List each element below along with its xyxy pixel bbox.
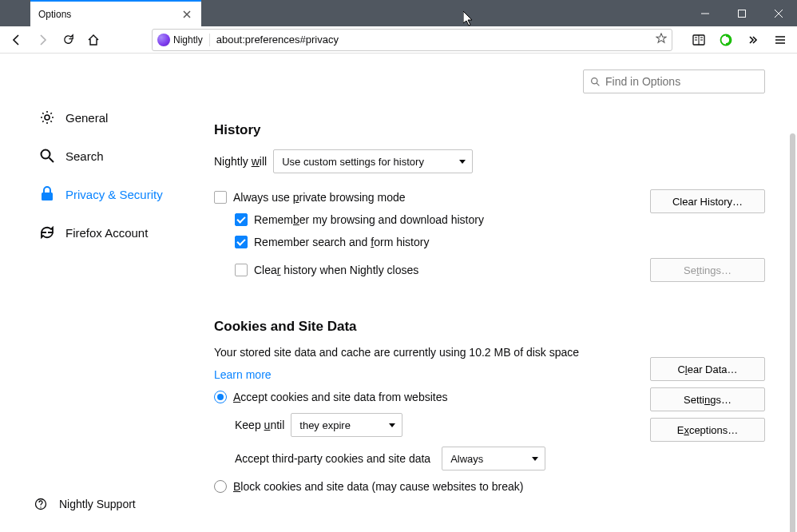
third-party-select[interactable]: Always — [442, 447, 545, 470]
accept-cookies-radio[interactable] — [214, 391, 227, 403]
block-cookies-radio[interactable] — [214, 480, 227, 493]
maximize-button[interactable] — [724, 0, 760, 26]
nav-toolbar: Nightly about:preferences#privacy — [0, 26, 797, 54]
bookmark-star-icon[interactable] — [656, 33, 667, 47]
url-bar[interactable]: Nightly about:preferences#privacy — [152, 29, 672, 51]
sidebar-item-privacy[interactable]: Privacy & Security — [32, 178, 192, 210]
window-controls — [687, 0, 797, 26]
forward-button[interactable] — [30, 28, 54, 52]
sidebar-item-label: Firefox Account — [65, 226, 148, 240]
scrollbar[interactable] — [790, 133, 795, 532]
accept-cookies-label: Accept cookies and site data from websit… — [233, 391, 447, 403]
lock-icon — [38, 185, 56, 203]
history-heading: History — [214, 122, 765, 138]
remember-search-checkbox[interactable] — [235, 236, 248, 248]
sidebar-item-label: General — [65, 111, 108, 125]
back-button[interactable] — [5, 28, 29, 52]
find-in-options-input[interactable] — [605, 75, 758, 88]
svg-point-8 — [592, 77, 597, 83]
browser-tab[interactable]: Options — [30, 0, 201, 26]
reload-button[interactable] — [56, 28, 80, 52]
search-icon — [590, 77, 601, 87]
clear-on-close-settings-button: Settings… — [650, 258, 765, 282]
history-mode-label: Nightly will — [214, 155, 267, 168]
sidebar-item-label: Search — [65, 149, 104, 163]
clear-data-button[interactable]: Clear Data… — [650, 357, 765, 381]
gear-icon — [38, 109, 56, 126]
identity-label: Nightly — [173, 34, 203, 46]
always-private-label: Always use private browsing mode — [233, 191, 406, 204]
remember-browsing-checkbox[interactable] — [235, 213, 248, 226]
url-text: about:preferences#privacy — [216, 34, 656, 46]
help-icon — [32, 495, 50, 513]
cookies-settings-button[interactable]: Settings… — [650, 387, 765, 411]
svg-rect-0 — [739, 10, 746, 17]
stored-data-text: Your stored site data and cache are curr… — [214, 346, 579, 359]
clear-on-close-checkbox[interactable] — [235, 264, 248, 276]
sync-icon — [38, 224, 56, 241]
find-in-options[interactable] — [583, 69, 765, 93]
remember-search-label: Remember search and form history — [254, 236, 429, 248]
sidebar-item-account[interactable]: Firefox Account — [32, 216, 192, 248]
remember-browsing-label: Remember my browsing and download histor… — [254, 213, 484, 226]
history-mode-select[interactable]: Use custom settings for history — [273, 149, 473, 173]
titlebar: Options — [0, 0, 797, 26]
block-cookies-label: Block cookies and site data (may cause w… — [233, 480, 523, 493]
third-party-label: Accept third-party cookies and site data — [235, 452, 430, 465]
preferences-sidebar: General Search Privacy & Security Firefo… — [0, 54, 192, 532]
sidebar-item-general[interactable]: General — [32, 101, 192, 133]
cookies-exceptions-button[interactable]: Exceptions… — [650, 418, 765, 442]
preferences-main: History Clear History… Nightly will Use … — [192, 54, 797, 532]
cookies-heading: Cookies and Site Data — [214, 319, 765, 335]
nightly-icon — [157, 34, 170, 46]
sidebar-item-label: Nightly Support — [59, 498, 136, 510]
close-tab-icon[interactable] — [180, 8, 193, 21]
clear-history-button[interactable]: Clear History… — [650, 189, 765, 213]
preferences-content: General Search Privacy & Security Firefo… — [0, 54, 797, 532]
svg-point-3 — [45, 115, 50, 120]
reader-view-icon[interactable] — [687, 28, 711, 52]
svg-point-4 — [42, 150, 50, 159]
sidebar-item-search[interactable]: Search — [32, 140, 192, 172]
tab-title: Options — [38, 9, 180, 20]
overflow-icon[interactable] — [741, 28, 765, 52]
home-button[interactable] — [81, 28, 105, 52]
extension-icon[interactable] — [714, 28, 738, 52]
svg-point-7 — [40, 506, 41, 507]
sidebar-item-label: Privacy & Security — [65, 188, 163, 201]
clear-on-close-label: Clear history when Nightly closes — [254, 264, 418, 276]
identity-box[interactable]: Nightly — [157, 34, 210, 46]
sidebar-item-support[interactable]: Nightly Support — [32, 495, 136, 513]
close-window-button[interactable] — [760, 0, 797, 26]
svg-rect-5 — [42, 193, 53, 200]
search-icon — [38, 147, 56, 165]
always-private-checkbox[interactable] — [214, 191, 227, 204]
keep-until-label: Keep until — [235, 419, 284, 431]
menu-icon[interactable] — [768, 28, 792, 52]
learn-more-link[interactable]: Learn more — [214, 368, 272, 381]
keep-until-select[interactable]: they expire — [291, 413, 402, 437]
minimize-button[interactable] — [687, 0, 724, 26]
